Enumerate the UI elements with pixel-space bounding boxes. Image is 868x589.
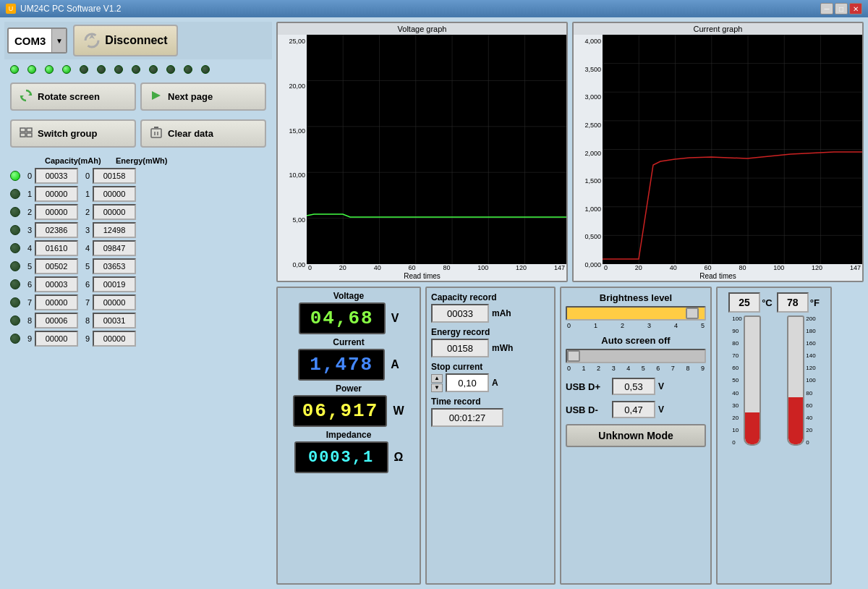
table-row: 5 5 <box>10 258 266 274</box>
usb-dminus-row: USB D- V <box>566 401 706 418</box>
rotate-screen-button[interactable]: Rotate screen <box>10 82 136 111</box>
row-num-cap-2: 2 <box>23 208 32 216</box>
disconnect-button[interactable]: Disconnect <box>73 25 177 56</box>
auto-screen-slider-container: 0123456789 <box>566 349 706 372</box>
window-controls: ─ □ ✕ <box>820 3 862 14</box>
led-2 <box>45 65 54 74</box>
meters-panel: Voltage 04,68 V Current 1,478 A <box>276 287 421 585</box>
capacity-record-unit: mAh <box>492 308 511 318</box>
capacity-record-label: Capacity record <box>431 292 550 302</box>
impedance-unit: Ω <box>394 451 404 464</box>
com-port-selector[interactable]: COM3 ▼ <box>7 27 67 54</box>
records-panel: Capacity record mAh Energy record mWh St… <box>425 287 556 585</box>
energy-input-1 <box>93 186 136 202</box>
capacity-input-0 <box>35 168 78 184</box>
fahrenheit-fill <box>788 397 803 444</box>
svg-marker-4 <box>152 91 161 100</box>
data-rows-container: 0 0 1 1 2 2 3 3 4 4 <box>10 168 266 347</box>
celsius-unit: °C <box>762 297 773 308</box>
title-bar: U UM24C PC Software V1.2 ─ □ ✕ <box>0 0 868 17</box>
row-led-4 <box>10 243 20 253</box>
led-9 <box>166 65 175 74</box>
rotate-icon <box>19 88 33 105</box>
capacity-record-input[interactable] <box>431 304 489 323</box>
next-page-button[interactable]: Next page <box>140 82 266 111</box>
power-meter-label: Power <box>336 384 362 394</box>
next-page-label: Next page <box>168 91 213 102</box>
stop-current-decrement[interactable]: ▼ <box>431 384 443 392</box>
row-led-3 <box>10 225 20 235</box>
stop-current-input[interactable] <box>446 373 489 392</box>
clear-data-button[interactable]: Clear data <box>140 119 266 148</box>
thermo-top: °C °F <box>722 292 826 313</box>
led-row <box>4 62 272 77</box>
com-port-dropdown[interactable]: ▼ <box>51 27 66 54</box>
celsius-scale: 1009080706050403020100 <box>732 315 760 579</box>
row-num-eng-6: 6 <box>81 280 90 289</box>
current-graph-title: Current graph <box>574 23 862 35</box>
auto-screen-slider-track[interactable] <box>566 349 706 363</box>
energy-record-label: Energy record <box>431 327 550 337</box>
capacity-input-2 <box>35 204 78 220</box>
led-10 <box>184 65 192 74</box>
energy-input-8 <box>93 313 136 329</box>
maximize-button[interactable]: □ <box>835 3 848 14</box>
current-x-label: Read times <box>574 271 862 281</box>
row-led-7 <box>10 297 20 308</box>
capacity-input-1 <box>35 186 78 202</box>
row-led-8 <box>10 315 20 326</box>
power-unit: W <box>393 404 404 418</box>
brightness-slider-track[interactable] <box>566 306 706 321</box>
table-row: 9 9 <box>10 331 266 347</box>
celsius-bar <box>744 315 761 446</box>
svg-rect-9 <box>151 129 161 137</box>
unknown-mode-button[interactable]: Unknown Mode <box>566 424 706 447</box>
switch-group-icon <box>19 125 33 142</box>
capacity-record-group: Capacity record mAh <box>431 292 550 323</box>
row-num-cap-0: 0 <box>23 171 32 180</box>
row-num-cap-7: 7 <box>23 298 32 307</box>
energy-input-4 <box>93 240 136 256</box>
capacity-input-4 <box>35 240 78 256</box>
table-row: 8 8 <box>10 313 266 329</box>
impedance-meter-label: Impedance <box>326 430 372 440</box>
energy-input-6 <box>93 276 136 292</box>
row-num-cap-8: 8 <box>23 316 32 325</box>
stop-current-increment[interactable]: ▲ <box>431 374 443 383</box>
usb-dplus-input <box>612 378 655 395</box>
row-num-cap-1: 1 <box>23 190 32 198</box>
top-controls: COM3 ▼ Disconnect <box>4 22 272 59</box>
voltage-meter: Voltage 04,68 V <box>281 291 417 334</box>
nav-buttons: Rotate screen Next page <box>4 80 272 114</box>
energy-input-2 <box>93 204 136 220</box>
left-panel: COM3 ▼ Disconnect <box>4 22 272 585</box>
switch-group-label: Switch group <box>38 128 97 139</box>
auto-screen-slider-thumb[interactable] <box>567 350 580 362</box>
row-led-6 <box>10 279 20 289</box>
led-1 <box>27 65 36 74</box>
disconnect-icon <box>83 32 101 49</box>
row-num-eng-5: 5 <box>81 262 90 271</box>
switch-group-button[interactable]: Switch group <box>10 119 136 148</box>
voltage-graph-area <box>307 35 566 264</box>
row-led-5 <box>10 261 20 271</box>
power-meter: Power 06,917 W <box>281 384 417 427</box>
usb-dminus-label: USB D- <box>566 404 609 415</box>
brightness-slider-container: 012345 <box>566 306 706 329</box>
current-x-ticks: 020406080100120147 <box>603 264 862 271</box>
energy-record-input[interactable] <box>431 339 489 357</box>
brightness-slider-thumb[interactable] <box>686 308 699 319</box>
row-led-2 <box>10 207 20 217</box>
row-num-eng-9: 9 <box>81 334 90 343</box>
voltage-meter-label: Voltage <box>333 291 364 301</box>
minimize-button[interactable]: ─ <box>820 3 833 14</box>
power-display: 06,917 <box>293 395 387 427</box>
main-container: COM3 ▼ Disconnect <box>0 17 868 589</box>
table-row: 0 0 <box>10 168 266 184</box>
close-button[interactable]: ✕ <box>849 3 862 14</box>
svg-rect-5 <box>20 128 25 132</box>
row-num-eng-1: 1 <box>81 190 90 198</box>
current-graph-container: Current graph 4,000 3,500 3,000 2,500 2,… <box>572 22 864 282</box>
usb-dminus-input <box>612 401 655 418</box>
celsius-labels: 1009080706050403020100 <box>732 315 741 446</box>
